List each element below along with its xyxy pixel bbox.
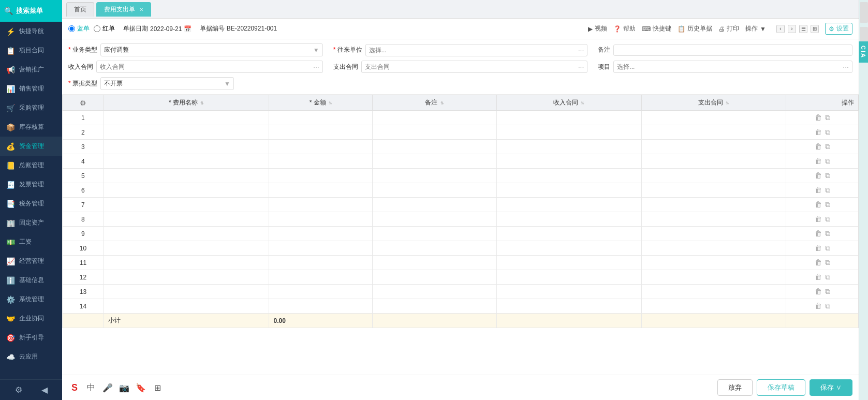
copy-icon-4[interactable]: ⧉ — [825, 157, 830, 166]
cell-expense-9[interactable] — [641, 227, 786, 241]
cell-income-4[interactable] — [496, 154, 641, 169]
cell-expense-14[interactable] — [641, 299, 786, 314]
cell-amount-2[interactable] — [269, 125, 373, 140]
income-contract-input[interactable] — [100, 63, 313, 70]
sidebar-item-invoice[interactable]: 🧾 发票管理 — [0, 175, 62, 194]
delete-icon-10[interactable]: 🗑 — [815, 244, 822, 253]
copy-icon-7[interactable]: ⧉ — [825, 200, 830, 209]
settings-footer-icon[interactable]: ⚙ — [15, 385, 22, 395]
counterpart-input[interactable] — [369, 47, 578, 54]
sidebar-item-capital[interactable]: 💰 资金管理 — [0, 137, 62, 156]
delete-icon-14[interactable]: 🗑 — [815, 302, 822, 310]
col-header-amount[interactable]: * 金额 ⇅ — [269, 95, 373, 111]
cell-amount-6[interactable] — [269, 183, 373, 198]
mic-icon[interactable]: 🎤 — [101, 381, 114, 394]
sidebar-item-fixed-assets[interactable]: 🏢 固定资产 — [0, 213, 62, 232]
sidebar-item-tax[interactable]: 📑 税务管理 — [0, 194, 62, 213]
delete-icon-9[interactable]: 🗑 — [815, 229, 822, 238]
action-history[interactable]: 📋 历史单据 — [678, 24, 712, 33]
cell-expense-4[interactable] — [641, 154, 786, 169]
cell-note-5[interactable] — [373, 169, 497, 183]
table-settings-icon[interactable]: ⚙ — [80, 99, 86, 107]
cell-expense-12[interactable] — [641, 270, 786, 285]
cell-amount-10[interactable] — [269, 241, 373, 256]
cell-expense-6[interactable] — [641, 183, 786, 198]
delete-icon-11[interactable]: 🗑 — [815, 258, 822, 267]
copy-icon-11[interactable]: ⧉ — [825, 258, 830, 267]
volume-footer-icon[interactable]: ◀ — [41, 385, 48, 395]
cell-expense-10[interactable] — [641, 241, 786, 256]
cell-expense-7[interactable] — [641, 198, 786, 212]
business-type-field[interactable]: 应付调整 ▼ — [100, 43, 323, 56]
cell-name-13[interactable] — [104, 285, 269, 299]
copy-icon-6[interactable]: ⧉ — [825, 186, 830, 195]
cell-income-8[interactable] — [496, 212, 641, 227]
action-print[interactable]: 🖨 打印 — [718, 24, 739, 33]
cell-income-11[interactable] — [496, 256, 641, 270]
copy-icon-12[interactable]: ⧉ — [825, 273, 830, 282]
right-panel-tab-1[interactable] — [860, 2, 868, 23]
sidebar-item-guide[interactable]: 🎯 新手引导 — [0, 328, 62, 347]
cell-income-2[interactable] — [496, 125, 641, 140]
cell-income-3[interactable] — [496, 140, 641, 154]
cell-note-14[interactable] — [373, 299, 497, 314]
copy-icon-13[interactable]: ⧉ — [825, 287, 830, 296]
cell-expense-8[interactable] — [641, 212, 786, 227]
delete-icon-8[interactable]: 🗑 — [815, 215, 822, 224]
cell-name-14[interactable] — [104, 299, 269, 314]
cell-amount-9[interactable] — [269, 227, 373, 241]
project-input[interactable] — [617, 63, 843, 70]
cell-note-8[interactable] — [373, 212, 497, 227]
cell-income-13[interactable] — [496, 285, 641, 299]
cell-name-6[interactable] — [104, 183, 269, 198]
tab-home[interactable]: 首页 — [66, 2, 94, 17]
cell-note-10[interactable] — [373, 241, 497, 256]
save-button[interactable]: 保存 ∨ — [810, 379, 852, 396]
cell-note-11[interactable] — [373, 256, 497, 270]
action-help[interactable]: ❓ 帮助 — [613, 24, 636, 33]
sidebar-item-basic-info[interactable]: ℹ️ 基础信息 — [0, 271, 62, 290]
cell-income-6[interactable] — [496, 183, 641, 198]
expense-contract-field[interactable] — [361, 61, 588, 73]
radio-blue-input[interactable] — [68, 25, 75, 32]
copy-icon-1[interactable]: ⧉ — [825, 113, 830, 122]
sidebar-item-procurement[interactable]: 🛒 采购管理 — [0, 98, 62, 117]
cell-note-1[interactable] — [373, 111, 497, 125]
delete-icon-2[interactable]: 🗑 — [815, 128, 822, 137]
cell-amount-13[interactable] — [269, 285, 373, 299]
cell-expense-2[interactable] — [641, 125, 786, 140]
cell-name-2[interactable] — [104, 125, 269, 140]
cell-note-4[interactable] — [373, 154, 497, 169]
sidebar-item-payroll[interactable]: 💵 工资 — [0, 232, 62, 251]
cell-name-9[interactable] — [104, 227, 269, 241]
tab-expense-close[interactable]: ✕ — [139, 7, 143, 12]
window-list-btn[interactable]: ☰ — [799, 25, 807, 33]
col-header-settings[interactable]: ⚙ — [63, 95, 104, 111]
sidebar-item-project[interactable]: 📋 项目合同 — [0, 41, 62, 60]
cell-amount-11[interactable] — [269, 256, 373, 270]
cell-amount-3[interactable] — [269, 140, 373, 154]
cia-badge[interactable]: CIA — [859, 41, 868, 63]
project-field[interactable] — [613, 61, 852, 73]
cell-note-2[interactable] — [373, 125, 497, 140]
sidebar-search[interactable]: 🔍 搜索菜单 — [0, 0, 62, 22]
cell-amount-7[interactable] — [269, 198, 373, 212]
cell-amount-8[interactable] — [269, 212, 373, 227]
copy-icon-3[interactable]: ⧉ — [825, 142, 830, 151]
delete-icon-13[interactable]: 🗑 — [815, 287, 822, 296]
cell-note-13[interactable] — [373, 285, 497, 299]
cell-name-8[interactable] — [104, 212, 269, 227]
sidebar-item-cooperation[interactable]: 🤝 企业协同 — [0, 309, 62, 328]
copy-icon-10[interactable]: ⧉ — [825, 244, 830, 253]
copy-icon-2[interactable]: ⧉ — [825, 128, 830, 137]
col-header-note[interactable]: 备注 ⇅ — [373, 95, 497, 111]
cell-note-9[interactable] — [373, 227, 497, 241]
action-video[interactable]: ▶ 视频 — [588, 24, 607, 33]
cell-name-3[interactable] — [104, 140, 269, 154]
income-contract-field[interactable] — [96, 61, 323, 73]
grid-icon[interactable]: ⊞ — [151, 381, 164, 394]
sidebar-item-accounting[interactable]: 📒 总账管理 — [0, 156, 62, 175]
cell-name-5[interactable] — [104, 169, 269, 183]
delete-icon-4[interactable]: 🗑 — [815, 157, 822, 166]
cell-income-7[interactable] — [496, 198, 641, 212]
